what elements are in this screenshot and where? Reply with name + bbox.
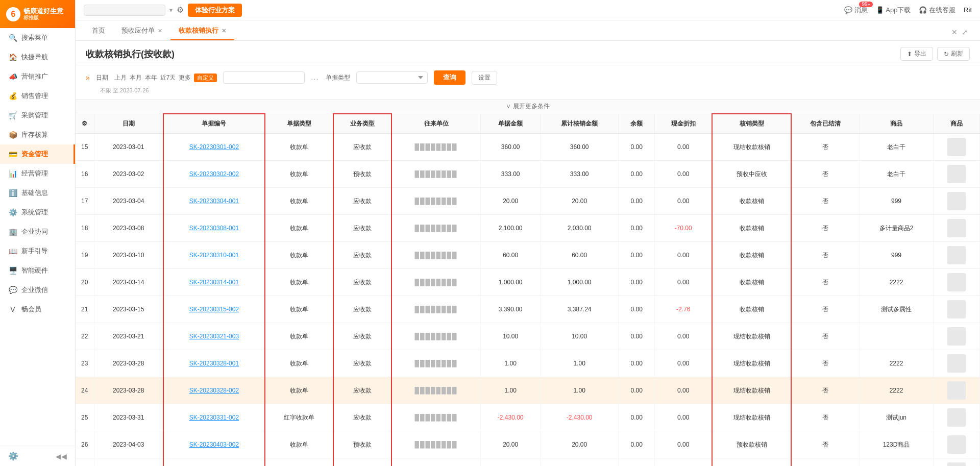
row-voucher-no[interactable]: SK-20230314-001 — [163, 269, 265, 296]
sidebar-item-shortcut[interactable]: 🏠快捷导航 — [0, 47, 75, 67]
col-goods[interactable]: 商品 — [860, 114, 933, 134]
row-voucher-no[interactable]: SK-20230308-001 — [163, 215, 265, 242]
col-cancel-type[interactable]: 核销类型 — [712, 114, 791, 134]
expand-icon[interactable]: ⤢ — [962, 28, 968, 36]
table-row[interactable]: 21 2023-03-15 SK-20230315-002 收款单 应收款 ██… — [76, 296, 980, 323]
date-link-7days[interactable]: 近7天 — [160, 73, 176, 82]
sidebar-item-member[interactable]: V畅会员 — [0, 300, 75, 319]
date-custom-btn[interactable]: 自定义 — [194, 73, 217, 82]
tab-maximize-icon[interactable]: ✕ ⤢ — [947, 24, 972, 40]
table-row[interactable]: 24 2023-03-28 SK-20230328-002 收款单 应收款 ██… — [76, 377, 980, 404]
row-no: 24 — [76, 377, 94, 404]
col-biz-type[interactable]: 业务类型 — [333, 114, 391, 134]
table-row[interactable]: 17 2023-03-04 SK-20230304-001 收款单 应收款 ██… — [76, 188, 980, 215]
expand-more-bar[interactable]: ∨ 展开更多条件 — [76, 100, 980, 113]
col-amount[interactable]: 单据金额 — [481, 114, 541, 134]
sidebar-item-basic[interactable]: ℹ️基础信息 — [0, 183, 75, 203]
sidebar-item-marketing[interactable]: 📣营销推广 — [0, 67, 75, 86]
tab-receipt-cancel[interactable]: 收款核销执行 ✕ — [170, 22, 234, 40]
customer-service-link[interactable]: 🎧 在线客服 — [919, 6, 955, 15]
table-row[interactable]: 23 2023-03-28 SK-20230328-001 收款单 应收款 ██… — [76, 350, 980, 377]
logo-text: 畅康道好生意 标推版 — [23, 7, 63, 21]
row-cancel-amount: 2,030.00 — [540, 215, 618, 242]
query-button[interactable]: 查询 — [434, 70, 465, 85]
table-row[interactable]: 22 2023-03-21 SK-20230321-003 收款单 应收款 ██… — [76, 323, 980, 350]
table-row[interactable]: 26 2023-04-03 SK-20230403-002 收款单 预收款 ██… — [76, 431, 980, 458]
industry-solution-button[interactable]: 体验行业方案 — [188, 4, 242, 17]
tab-close-pre-receive[interactable]: ✕ — [158, 28, 162, 34]
voucher-type-select[interactable] — [356, 71, 428, 84]
col-voucher-no[interactable]: 单据编号 — [163, 114, 265, 134]
sidebar-item-search[interactable]: 🔍搜索菜单 — [0, 28, 75, 47]
counterpart-filter-input[interactable] — [223, 71, 305, 84]
row-balance: 0.00 — [619, 242, 655, 269]
collapse-icon[interactable]: ◀◀ — [56, 452, 67, 460]
row-voucher-no[interactable]: SK-20230310-001 — [163, 242, 265, 269]
export-button[interactable]: ⬆ 导出 — [900, 47, 933, 61]
sidebar-item-capital[interactable]: 💳资金管理 — [0, 144, 75, 164]
message-icon[interactable]: 💬 消息 99+ — [844, 6, 868, 15]
col-gear[interactable]: ⚙ — [76, 114, 94, 134]
data-table-container: ⚙ 日期 单据编号 单据类型 业务类型 往来单位 单据金额 累计核销金额 余额 … — [76, 113, 980, 466]
row-voucher-no[interactable]: SK-20230403-002 — [163, 431, 265, 458]
sidebar-item-sales[interactable]: 💰销售管理 — [0, 86, 75, 106]
row-voucher-no[interactable]: SK-20230408-001 — [163, 458, 265, 467]
col-counterpart[interactable]: 往来单位 — [391, 114, 481, 134]
sidebar-item-enterprise[interactable]: 🏢企业协同 — [0, 222, 75, 241]
sidebar-item-wechat[interactable]: 💬企业微信 — [0, 280, 75, 300]
row-amount: 333.00 — [481, 161, 541, 188]
row-voucher-no[interactable]: SK-20230301-002 — [163, 134, 265, 161]
gear-icon[interactable]: ⚙ — [177, 5, 184, 15]
user-name[interactable]: Rit — [964, 6, 972, 14]
table-row[interactable]: 20 2023-03-14 SK-20230314-001 收款单 应收款 ██… — [76, 269, 980, 296]
row-balance: 0.00 — [619, 188, 655, 215]
settings-icon[interactable]: ⚙️ — [8, 451, 18, 461]
date-link-this-month[interactable]: 本月 — [130, 73, 142, 82]
col-cash-discount[interactable]: 现金折扣 — [654, 114, 712, 134]
table-row[interactable]: 15 2023-03-01 SK-20230301-002 收款单 应收款 ██… — [76, 134, 980, 161]
row-voucher-no[interactable]: SK-20230304-001 — [163, 188, 265, 215]
row-voucher-no[interactable]: SK-20230331-002 — [163, 404, 265, 431]
tab-home[interactable]: 首页 — [84, 22, 113, 40]
row-voucher-no[interactable]: SK-20230315-002 — [163, 296, 265, 323]
date-link-last-month[interactable]: 上月 — [114, 73, 127, 82]
row-voucher-no[interactable]: SK-20230321-003 — [163, 323, 265, 350]
close-tab-icon[interactable]: ✕ — [951, 28, 958, 36]
basic-icon: ℹ️ — [8, 189, 17, 197]
sidebar-item-operation[interactable]: 📊经营管理 — [0, 164, 75, 183]
row-voucher-no[interactable]: SK-20230302-002 — [163, 161, 265, 188]
refresh-button[interactable]: ↻ 刷新 — [937, 47, 970, 61]
row-goods-img — [933, 269, 979, 296]
col-cancel-amount[interactable]: 累计核销金额 — [540, 114, 618, 134]
row-voucher-no[interactable]: SK-20230328-002 — [163, 377, 265, 404]
table-row[interactable]: 27 2023-04-08 SK-20230408-001 收款单 应收款 ██… — [76, 458, 980, 467]
date-link-more[interactable]: 更多 — [179, 73, 191, 82]
row-date: 2023-03-28 — [94, 377, 163, 404]
row-include-settled: 否 — [791, 215, 860, 242]
table-row[interactable]: 25 2023-03-31 SK-20230331-002 红字收款单 应收款 … — [76, 404, 980, 431]
row-cancel-type: 收款核销 — [712, 296, 791, 323]
col-voucher-type[interactable]: 单据类型 — [265, 114, 333, 134]
table-row[interactable]: 18 2023-03-08 SK-20230308-001 收款单 应收款 ██… — [76, 215, 980, 242]
row-cash-discount: 0.00 — [654, 458, 712, 467]
sidebar-item-purchase[interactable]: 🛒采购管理 — [0, 106, 75, 125]
settings-button[interactable]: 设置 — [472, 71, 497, 85]
sidebar-item-guide[interactable]: 📖新手引导 — [0, 241, 75, 261]
sidebar-item-inventory[interactable]: 📦库存核算 — [0, 125, 75, 144]
sidebar-item-hardware[interactable]: 🖥️智能硬件 — [0, 261, 75, 280]
sidebar-item-system[interactable]: ⚙️系统管理 — [0, 203, 75, 222]
tab-close-receipt-cancel[interactable]: ✕ — [222, 28, 226, 34]
col-include-settled[interactable]: 包含已结清 — [791, 114, 860, 134]
row-voucher-no[interactable]: SK-20230328-001 — [163, 350, 265, 377]
date-link-this-year[interactable]: 本年 — [145, 73, 157, 82]
table-row[interactable]: 16 2023-03-02 SK-20230302-002 收款单 预收款 ██… — [76, 161, 980, 188]
filter-expand-arrow[interactable]: » — [86, 73, 90, 82]
row-cash-discount: 0.00 — [654, 404, 712, 431]
breadcrumb-input[interactable] — [84, 5, 165, 16]
tab-pre-receive[interactable]: 预收应付单 ✕ — [113, 22, 170, 40]
logo-icon: 6 — [6, 7, 20, 21]
col-date[interactable]: 日期 — [94, 114, 163, 134]
col-balance[interactable]: 余额 — [619, 114, 655, 134]
app-download-link[interactable]: 📱 App下载 — [876, 6, 911, 15]
table-row[interactable]: 19 2023-03-10 SK-20230310-001 收款单 应收款 ██… — [76, 242, 980, 269]
